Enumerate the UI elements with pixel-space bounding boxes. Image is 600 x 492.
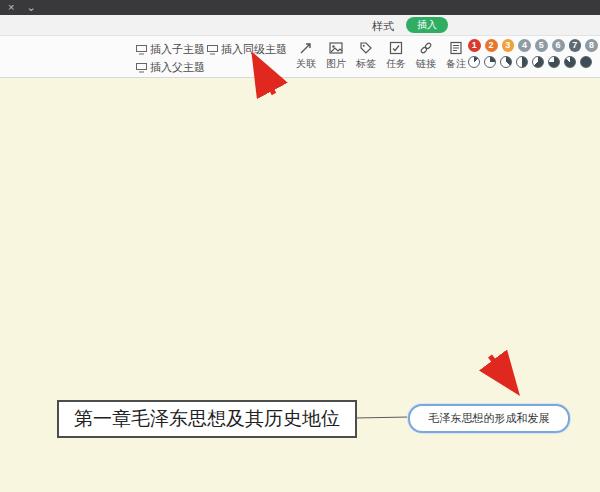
- priority-7-marker[interactable]: 7: [569, 39, 582, 52]
- progress-marker-62.5[interactable]: [532, 56, 544, 68]
- chevron-down-icon[interactable]: ⌄: [26, 2, 35, 13]
- priority-4-marker[interactable]: 4: [518, 39, 531, 52]
- image-button[interactable]: 图片: [321, 39, 351, 71]
- progress-marker-12.5[interactable]: [468, 56, 480, 68]
- priority-8-marker[interactable]: 8: [585, 39, 598, 52]
- toolbar: 插入子主题 插入同级主题 插入父主题 关联 图片: [0, 36, 600, 78]
- menu-insert-child-label: 插入子主题: [150, 42, 205, 57]
- image-icon: [329, 39, 343, 55]
- task-label: 任务: [386, 57, 406, 71]
- progress-marker-87.5[interactable]: [564, 56, 576, 68]
- note-button[interactable]: 备注: [441, 39, 471, 71]
- progress-marker-100[interactable]: [580, 56, 592, 68]
- relationship-icon: [299, 39, 313, 55]
- priority-3-marker[interactable]: 3: [502, 39, 515, 52]
- tag-label: 标签: [356, 57, 376, 71]
- canvas[interactable]: 第一章毛泽东思想及其历史地位 毛泽东思想的形成和发展: [0, 78, 600, 492]
- link-icon: [419, 39, 433, 55]
- progress-marker-50[interactable]: [516, 56, 528, 68]
- marker-panel: 12345678: [468, 39, 598, 72]
- image-label: 图片: [326, 57, 346, 71]
- menu-insert-child-topic[interactable]: 插入子主题: [136, 42, 205, 57]
- insert-button[interactable]: 插入: [406, 17, 448, 33]
- topic-icon: [136, 63, 147, 73]
- tag-button[interactable]: 标签: [351, 39, 381, 71]
- priority-5-marker[interactable]: 5: [535, 39, 548, 52]
- close-icon[interactable]: ×: [8, 2, 14, 13]
- progress-markers: [468, 56, 598, 68]
- tag-icon: [359, 39, 373, 55]
- task-button[interactable]: 任务: [381, 39, 411, 71]
- priority-1-marker[interactable]: 1: [468, 39, 481, 52]
- progress-marker-37.5[interactable]: [500, 56, 512, 68]
- main-topic-node[interactable]: 第一章毛泽东思想及其历史地位: [57, 400, 357, 438]
- subheader: 样式 插入: [0, 15, 600, 36]
- menu-insert-sibling-topic[interactable]: 插入同级主题: [207, 42, 287, 57]
- style-tab[interactable]: 样式: [372, 19, 394, 34]
- link-label: 链接: [416, 57, 436, 71]
- task-icon: [389, 39, 403, 55]
- link-button[interactable]: 链接: [411, 39, 441, 71]
- menu-insert-parent-topic[interactable]: 插入父主题: [136, 60, 205, 75]
- titlebar: × ⌄: [0, 0, 600, 15]
- note-label: 备注: [446, 57, 466, 71]
- menu-insert-parent-label: 插入父主题: [150, 60, 205, 75]
- tool-group: 关联 图片 标签 任务: [291, 39, 471, 71]
- progress-marker-75[interactable]: [548, 56, 560, 68]
- priority-6-marker[interactable]: 6: [552, 39, 565, 52]
- progress-marker-25[interactable]: [484, 56, 496, 68]
- priority-2-marker[interactable]: 2: [485, 39, 498, 52]
- relationship-label: 关联: [296, 57, 316, 71]
- mindmap-app: × ⌄ 样式 插入 插入子主题 插入同级主题 插入父主题 关联: [0, 0, 600, 492]
- menu-insert-sibling-label: 插入同级主题: [221, 42, 287, 57]
- topic-icon: [136, 45, 147, 55]
- priority-markers: 12345678: [468, 39, 598, 52]
- note-icon: [449, 39, 463, 55]
- topic-icon: [207, 45, 218, 55]
- relationship-button[interactable]: 关联: [291, 39, 321, 71]
- child-topic-node[interactable]: 毛泽东思想的形成和发展: [408, 404, 570, 433]
